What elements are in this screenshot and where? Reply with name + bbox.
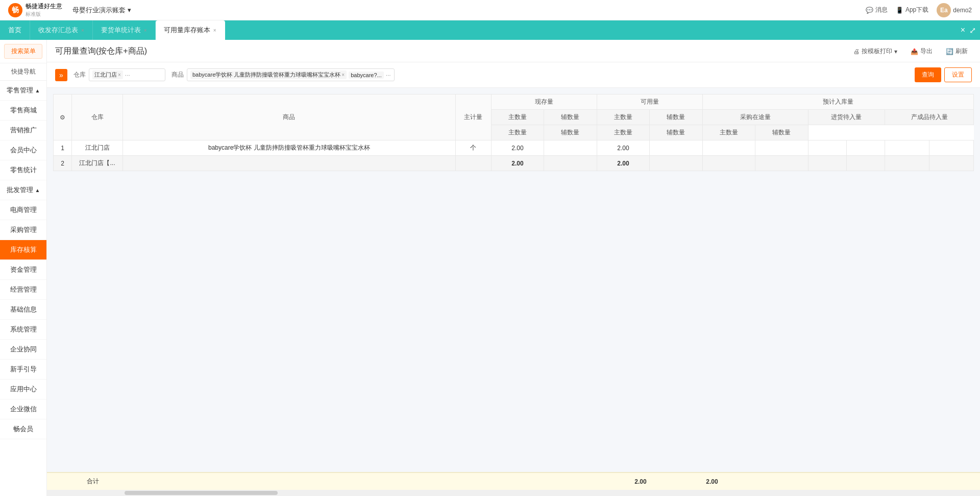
tab-available-inventory[interactable]: 可用量库存账本 × (156, 20, 225, 40)
summary-empty3 (587, 473, 623, 490)
sidebar-quick-nav[interactable]: 快捷导航 (0, 63, 46, 81)
col-header-estimated: 预计入库量 (702, 95, 973, 110)
col-header-unit: 主计量 (455, 95, 491, 140)
print-icon: 🖨 (853, 48, 860, 55)
close-tab-order[interactable]: × (144, 28, 147, 33)
more-icon[interactable]: ··· (125, 72, 130, 79)
content-area: 可用量查询(按仓库+商品) 🖨 按模板打印 ▾ 📤 导出 🔄 刷新 » (47, 40, 980, 496)
summary-empty2 (118, 473, 587, 490)
col-header-stock-aux: 辅数量 (544, 110, 597, 125)
cell-product: babycare学饮杯 儿童防摔防撞吸管杯重力球吸嘴杯宝宝水杯 (123, 140, 456, 156)
tab-home[interactable]: 首页 (0, 20, 30, 40)
summary-pur-aux (801, 473, 837, 490)
warehouse-tags[interactable]: 江北门店 × ··· (89, 68, 165, 81)
summary-stock-aux (658, 473, 694, 490)
summary-label: 合计 (67, 473, 118, 490)
summary-empty1 (47, 473, 67, 490)
filter-bar: » 仓库 江北门店 × ··· 商品 babycare学饮杯 儿童防摔防撞吸管杯… (47, 62, 980, 88)
print-template-button[interactable]: 🖨 按模板打印 ▾ (849, 45, 901, 58)
scrollbar-thumb[interactable] (125, 491, 278, 495)
cell-product-aux (929, 140, 974, 156)
sidebar-item-retail-stats[interactable]: 零售统计 (0, 160, 46, 180)
cell-unit-2 (455, 156, 491, 171)
sidebar-item-enterprise[interactable]: 企业协同 (0, 340, 46, 360)
sidebar-item-wholesale-mgmt[interactable]: 批发管理 ▲ (0, 180, 46, 200)
cell-stock-main-2: 2.00 (491, 156, 544, 171)
query-button[interactable]: 查询 (915, 67, 941, 82)
close-tab-receive[interactable]: × (81, 28, 84, 33)
sidebar-item-retail-mgmt[interactable]: 零售管理 ▲ (0, 81, 46, 101)
chevron-down-icon: ▾ (128, 6, 131, 14)
refresh-button[interactable]: 🔄 刷新 (942, 45, 972, 58)
warehouse-label: 仓库 (74, 70, 86, 79)
sidebar-item-basic-info[interactable]: 基础信息 (0, 300, 46, 320)
cell-pur-transit-aux (755, 140, 808, 156)
close-all-tabs-button[interactable]: × (961, 26, 965, 35)
remove-product-tag[interactable]: × (341, 72, 345, 78)
nav-tabs-right: × ⤢ (961, 26, 980, 35)
cell-avail-aux-2 (650, 156, 703, 171)
product-tag-babycare2: babycare?... (349, 72, 384, 79)
product-filter-group: 商品 babycare学饮杯 儿童防摔防撞吸管杯重力球吸嘴杯宝宝水杯 × bab… (172, 68, 395, 81)
logo: 畅 畅捷通好生意 标准版 (8, 2, 62, 18)
filter-expand-button[interactable]: » (55, 69, 67, 81)
cell-avail-main-2: 2.00 (597, 156, 650, 171)
sidebar-item-finance[interactable]: 资金管理 (0, 260, 46, 280)
cell-stock-aux (544, 140, 597, 156)
top-bar-left: 畅 畅捷通好生意 标准版 母婴行业演示账套 ▾ (8, 2, 131, 18)
inventory-table: ⚙ 仓库 商品 主计量 现存量 可用量 预计入库量 主数量 辅数量 主数量 辅数… (53, 94, 974, 171)
col-header-product-wait: 产成品待入量 (885, 110, 974, 125)
table-row: 1 江北门店 babycare学饮杯 儿童防摔防撞吸管杯重力球吸嘴杯宝宝水杯 个… (54, 140, 974, 156)
user-profile[interactable]: Ea demo2 (937, 3, 972, 17)
horizontal-scrollbar[interactable] (47, 490, 980, 496)
message-action[interactable]: 💬 消息 (866, 6, 888, 14)
tab-order-stats[interactable]: 要货单统计表 × (93, 20, 156, 40)
app-download-action[interactable]: 📱 App下载 (896, 6, 928, 14)
cell-product-main (885, 140, 929, 156)
remove-warehouse-tag[interactable]: × (118, 72, 121, 78)
sidebar-item-purchase[interactable]: 采购管理 (0, 220, 46, 240)
nav-tabs: 首页 收发存汇总表 × 要货单统计表 × 可用量库存账本 × × ⤢ (0, 20, 980, 40)
product-tag-babycare: babycare学饮杯 儿童防摔防撞吸管杯重力球吸嘴杯宝宝水杯 × (190, 70, 347, 79)
export-button[interactable]: 📤 导出 (906, 45, 937, 58)
col-header-warehouse: 仓库 (72, 95, 123, 140)
table-row: 2 江北门店【... 2.00 2.00 (54, 156, 974, 171)
summary-product-main (909, 473, 944, 490)
cell-product-2 (123, 156, 456, 171)
sidebar-item-marketing[interactable]: 营销推广 (0, 121, 46, 140)
sidebar-item-system[interactable]: 系统管理 (0, 320, 46, 340)
col-header-settings: ⚙ (54, 95, 72, 140)
sidebar-item-member-center[interactable]: 会员中心 (0, 140, 46, 160)
col-header-inbound-main: 主数量 (597, 125, 650, 140)
summary-avail-main: 2.00 (694, 473, 730, 490)
search-menu-button[interactable]: 搜索菜单 (4, 44, 42, 59)
org-selector[interactable]: 母婴行业演示账套 ▾ (72, 6, 131, 15)
sidebar-item-wechat[interactable]: 企业微信 (0, 399, 46, 419)
sidebar-item-app-center[interactable]: 应用中心 (0, 380, 46, 399)
sidebar-item-operations[interactable]: 经营管理 (0, 280, 46, 300)
expand-button[interactable]: ⤢ (969, 26, 976, 35)
summary-inbound-main (837, 473, 873, 490)
col-header-product-aux: 辅数量 (755, 125, 808, 140)
page-header: 可用量查询(按仓库+商品) 🖨 按模板打印 ▾ 📤 导出 🔄 刷新 (47, 40, 980, 62)
col-header-product-main: 主数量 (702, 125, 755, 140)
cell-stock-aux-2 (544, 156, 597, 171)
cell-seq: 1 (54, 140, 72, 156)
sidebar-item-member[interactable]: 畅会员 (0, 419, 46, 439)
sidebar-item-guide[interactable]: 新手引导 (0, 360, 46, 380)
product-more-icon[interactable]: ··· (386, 72, 391, 79)
close-tab-inventory[interactable]: × (213, 28, 216, 33)
summary-pur-main (766, 473, 801, 490)
col-header-inbound-aux: 辅数量 (650, 125, 703, 140)
product-tags[interactable]: babycare学饮杯 儿童防摔防撞吸管杯重力球吸嘴杯宝宝水杯 × babyca… (187, 68, 395, 81)
sidebar-item-retail-mall[interactable]: 零售商城 (0, 101, 46, 121)
warehouse-tag-jiangbei: 江北门店 × (92, 70, 123, 79)
tab-receive-summary[interactable]: 收发存汇总表 × (30, 20, 93, 40)
cell-pur-transit-aux-2 (755, 156, 808, 171)
avatar: Ea (937, 3, 951, 17)
cell-inbound-main-2 (808, 156, 846, 171)
settings-button[interactable]: 设置 (944, 67, 972, 82)
sidebar-item-inventory[interactable]: 库存核算 (0, 240, 46, 260)
gear-icon[interactable]: ⚙ (60, 114, 65, 121)
sidebar-item-ecommerce[interactable]: 电商管理 (0, 200, 46, 220)
